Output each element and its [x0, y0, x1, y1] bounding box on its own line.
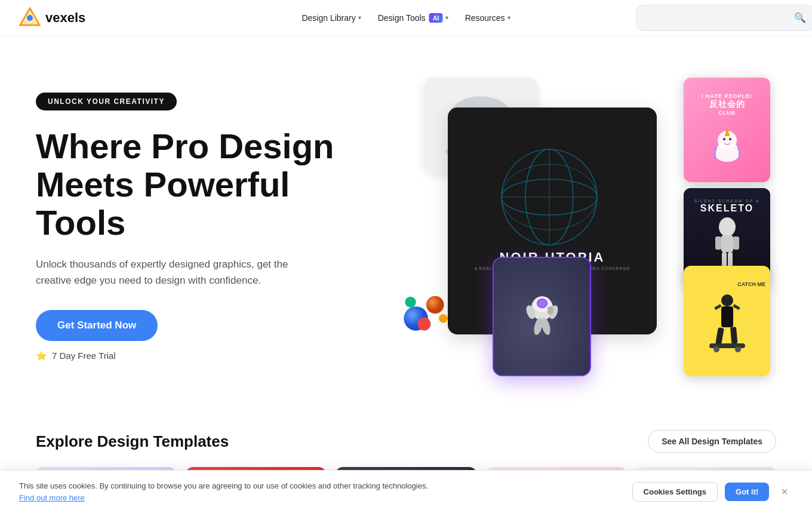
see-all-templates-button[interactable]: See All Design Templates	[648, 430, 776, 453]
nav-menu: Design Library ▾ Design Tools AI ▾ Resou…	[294, 10, 517, 26]
hero-collage: NYC SOMETHING · MARKET NOIR UTOPIA A REA…	[394, 72, 776, 382]
templates-header: Explore Design Templates See All Design …	[36, 430, 776, 453]
svg-rect-16	[715, 236, 721, 250]
get-started-button[interactable]: Get Started Now	[36, 310, 158, 341]
nav-right: 🔍 Pricing | Sign up Login	[479, 5, 793, 31]
svg-point-12	[723, 138, 725, 140]
cookie-accept-button[interactable]: Got it!	[725, 483, 769, 501]
svg-point-25	[405, 297, 416, 308]
svg-point-2	[27, 15, 33, 21]
pink-card: I HATE PEOPLE!反社会的CLUB	[684, 78, 770, 182]
cookie-text-area: This site uses cookies. By continuing to…	[19, 480, 428, 503]
cookie-banner: This site uses cookies. By continuing to…	[0, 470, 812, 513]
astronaut-card	[493, 257, 591, 376]
svg-point-23	[426, 296, 444, 314]
free-trial-label: ⭐ 7 Day Free Trial	[36, 351, 370, 361]
svg-point-26	[439, 314, 448, 323]
svg-rect-37	[721, 306, 733, 327]
catch-card: CATCH ME	[684, 266, 770, 376]
logo-text: vexels	[45, 10, 85, 26]
svg-rect-38	[714, 304, 722, 310]
chevron-down-icon-resources: ▾	[508, 14, 510, 21]
ai-badge: AI	[429, 13, 443, 23]
main-nav: vexels Design Library ▾ Design Tools AI …	[0, 0, 812, 36]
nav-design-tools[interactable]: Design Tools AI ▾	[371, 10, 456, 26]
svg-rect-39	[733, 304, 740, 310]
hero-subtitle: Unlock thousands of expertly designed gr…	[36, 256, 299, 288]
search-icon[interactable]: 🔍	[794, 12, 806, 23]
cookie-find-out-link[interactable]: Find out more here	[19, 493, 85, 502]
nav-design-library[interactable]: Design Library ▾	[294, 10, 368, 26]
nav-resources[interactable]: Resources ▾	[458, 10, 518, 26]
hero-title: Where Pro Design Meets Powerful Tools	[36, 127, 370, 241]
nav-design-tools-label: Design Tools	[378, 13, 426, 23]
nav-design-library-label: Design Library	[302, 13, 355, 23]
svg-point-36	[721, 294, 733, 306]
chevron-down-icon-tools: ▾	[445, 14, 448, 21]
svg-point-13	[729, 138, 731, 140]
templates-title: Explore Design Templates	[36, 432, 229, 451]
svg-rect-35	[548, 307, 553, 315]
hero-section: UNLOCK YOUR CREATIVITY Where Pro Design …	[0, 36, 812, 406]
cookie-settings-button[interactable]: Cookies Settings	[632, 482, 718, 502]
nav-resources-label: Resources	[465, 13, 505, 23]
chevron-down-icon: ▾	[358, 14, 361, 21]
svg-rect-17	[733, 236, 739, 250]
cookie-message: This site uses cookies. By continuing to…	[19, 480, 428, 503]
svg-point-30	[538, 300, 546, 307]
star-icon: ⭐	[36, 351, 47, 361]
search-input[interactable]	[645, 13, 794, 23]
logo[interactable]: vexels	[19, 7, 85, 29]
svg-point-14	[719, 217, 736, 236]
hero-badge: UNLOCK YOUR CREATIVITY	[36, 93, 177, 110]
svg-point-44	[735, 346, 741, 352]
svg-rect-40	[715, 327, 724, 345]
cookie-close-button[interactable]: ×	[776, 485, 793, 499]
svg-rect-41	[730, 327, 737, 344]
search-bar: 🔍	[636, 5, 812, 31]
svg-rect-15	[721, 235, 733, 252]
svg-point-24	[417, 318, 430, 331]
svg-point-43	[713, 346, 719, 352]
cookie-actions: Cookies Settings Got it! ×	[632, 482, 793, 502]
hero-left: UNLOCK YOUR CREATIVITY Where Pro Design …	[36, 93, 370, 361]
planets-orbs	[394, 275, 466, 346]
